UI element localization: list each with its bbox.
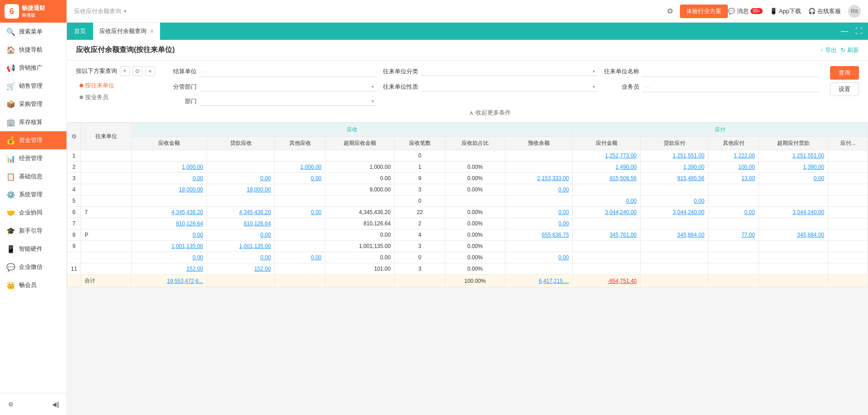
filter-field-dept: 分管部门 ▾ — [160, 81, 377, 92]
subdept-select[interactable]: ▾ — [199, 97, 377, 106]
user-avatar[interactable]: Rit — [848, 5, 861, 18]
sidebar-item-quicknav[interactable]: 🏠 快捷导航 — [0, 41, 66, 59]
maximize-icon[interactable]: ⛶ — [854, 26, 864, 37]
sidebar-settings-icon[interactable]: ⚙ — [5, 398, 17, 410]
tabbar-controls: — ⛶ — [839, 26, 868, 37]
sidebar-item-marketing[interactable]: 📢 营销推广 — [0, 59, 66, 77]
table-row: 11152.00152.00101.0030.00% — [67, 263, 868, 275]
message-button[interactable]: 💬 消息 99+ — [728, 7, 763, 15]
data-table: ⚙ 往来单位 应收 应付 应收金额 贷款应收 其他应收 超期应收金额 应收笔数 … — [67, 123, 868, 287]
tab-ar-balance[interactable]: 应收应付余额查询 × — [93, 23, 160, 40]
breadcrumb: 应收应付余额查询 ▾ — [74, 7, 664, 15]
tab-close-icon[interactable]: × — [150, 28, 154, 35]
sidebar-item-basic[interactable]: 📋 基础信息 — [0, 167, 66, 186]
col-partner-header: 往来单位 — [81, 123, 132, 150]
nav-dot-1 — [80, 84, 83, 87]
app-download-button[interactable]: 📱 App下载 — [770, 7, 801, 15]
filter-field-settlement: 结算单位 ··· — [160, 66, 377, 77]
query-buttons: 查询 设置 — [830, 66, 859, 96]
sidebar-item-member[interactable]: 👑 畅会员 — [0, 276, 66, 294]
page-header: 应收应付余额查询(按往来单位) ↑ 导出 ↻ 刷新 — [67, 40, 868, 61]
minimize-icon[interactable]: — — [839, 26, 850, 37]
filter-fields-container: 结算单位 ··· 往来单位分类 ▾ 往来单位名称 — [160, 66, 819, 117]
salesperson-input[interactable]: ··· — [642, 81, 819, 92]
filter-nav-salesperson[interactable]: 按业务员 — [76, 91, 155, 103]
col-loan-ap: 贷款应付 — [641, 137, 708, 150]
footer-prepay[interactable]: 6,417,215.... — [505, 275, 573, 287]
filter-nav-partner[interactable]: 按往来单位 — [76, 80, 155, 91]
table-row: 500.000.00 — [67, 196, 868, 207]
sidebar-item-guide[interactable]: 🎓 新手引导 — [0, 222, 66, 240]
table-footer-row: 合计 19,553,472,6... 100.00% 6,417,215....… — [67, 275, 868, 287]
sidebar-item-purchase[interactable]: 📦 采购管理 — [0, 95, 66, 113]
partner-name-input[interactable] — [642, 66, 819, 77]
footer-ap-amount[interactable]: -654,751.40 — [573, 275, 641, 287]
sidebar-item-wechat[interactable]: 💬 企业微信 — [0, 258, 66, 276]
breadcrumb-chevron: ▾ — [124, 8, 127, 14]
app-download-label: App下载 — [779, 7, 801, 15]
collab-icon: 🤝 — [6, 208, 15, 217]
sidebar-item-inventory[interactable]: 🏢 库存核算 — [0, 113, 66, 131]
sidebar-item-sales[interactable]: 🛒 销售管理 — [0, 77, 66, 95]
col-ar-amount: 应收金额 — [132, 137, 207, 150]
sidebar-item-collab[interactable]: 🤝 企业协同 — [0, 204, 66, 222]
export-button[interactable]: ↑ 导出 — [821, 46, 837, 54]
sidebar-item-finance[interactable]: 💰 资金管理 — [0, 131, 66, 149]
refresh-button[interactable]: ↻ 刷新 — [840, 46, 859, 54]
settlement-input[interactable]: ··· — [199, 66, 377, 77]
message-icon: 💬 — [728, 8, 735, 14]
col-overdue-ar: 超期应收金额 — [326, 137, 395, 150]
basic-icon: 📋 — [6, 172, 15, 181]
chevron-up-icon: ∧ — [469, 110, 474, 116]
inventory-icon: 🏢 — [6, 118, 15, 127]
main-area: 应收应付余额查询 ▾ ⚙ 体验行业方案 💬 消息 99+ 📱 App下载 🎧 在… — [67, 0, 868, 415]
footer-settings-cell — [67, 275, 81, 287]
sidebar-item-system[interactable]: ⚙️ 系统管理 — [0, 186, 66, 204]
col-settings-header: ⚙ — [67, 123, 81, 150]
home-icon: 🏠 — [6, 45, 15, 54]
sidebar-collapse-icon[interactable]: ◀‖ — [49, 398, 62, 410]
operation-icon: 📊 — [6, 154, 15, 163]
sidebar-item-operation[interactable]: 📊 经营管理 — [0, 149, 66, 167]
app-icon: 📱 — [770, 8, 777, 14]
sales-icon: 🛒 — [6, 81, 15, 91]
partner-category-select[interactable]: ▾ — [421, 67, 598, 76]
settings-button[interactable]: 设置 — [830, 82, 859, 96]
trial-button[interactable]: 体验行业方案 — [680, 5, 728, 18]
partner-nature-select[interactable]: ▾ — [421, 82, 598, 91]
filter-settings-icon[interactable]: ⊙ — [132, 66, 142, 76]
customer-service-button[interactable]: 🎧 在线客服 — [808, 7, 841, 15]
filter-area: 按以下方案查询 + ⊙ « 按往来单位 按业务员 — [67, 61, 868, 123]
sidebar-item-search[interactable]: 🔍 搜索菜单 — [0, 23, 66, 41]
filter-field-partner-name: 往来单位名称 — [603, 66, 819, 77]
nav-dot-2 — [80, 95, 83, 99]
query-button[interactable]: 查询 — [830, 66, 859, 80]
search-icon: 🔍 — [6, 27, 15, 36]
sidebar-item-hardware[interactable]: 📱 智能硬件 — [0, 240, 66, 258]
topbar: 应收应付余额查询 ▾ ⚙ 体验行业方案 💬 消息 99+ 📱 App下载 🎧 在… — [67, 0, 868, 23]
tab-home[interactable]: 首页 — [67, 23, 93, 40]
table-row: 21,000.001,000.001,000.0010.00%1,490.001… — [67, 162, 868, 173]
refresh-icon: ↻ — [840, 47, 845, 53]
finance-icon: 💰 — [6, 136, 15, 145]
filter-collapse-icon[interactable]: « — [145, 66, 155, 76]
footer-label-cell: 合计 — [81, 275, 132, 287]
data-table-container: ⚙ 往来单位 应收 应付 应收金额 贷款应收 其他应收 超期应收金额 应收笔数 … — [67, 123, 868, 287]
table-row: 101,252,773.001,251,551.001,222.001,251,… — [67, 150, 868, 162]
topbar-gear-icon[interactable]: ⚙ — [664, 5, 676, 18]
col-ar-group-header: 应收 — [132, 123, 573, 137]
footer-ar-amount[interactable]: 19,553,472,6... — [132, 275, 207, 287]
filter-more-button[interactable]: ∧ 收起更多条件 — [469, 109, 511, 117]
sidebar-bottom: ⚙ ◀‖ — [0, 393, 66, 415]
table-settings-icon[interactable]: ⚙ — [71, 133, 77, 140]
table-row: 91,001,135.001,001,135.001,001,135.0030.… — [67, 241, 868, 252]
col-other-ap: 其他应付 — [708, 137, 759, 150]
logo-icon: 6 — [5, 4, 19, 19]
col-ap-group-header: 应付 — [573, 123, 868, 137]
footer-ar-ratio: 100.00% — [445, 275, 505, 287]
sidebar: 6 畅捷通财 标准版 🔍 搜索菜单 🏠 快捷导航 📢 营销推广 🛒 销售管理 📦… — [0, 0, 67, 415]
dept-select[interactable]: ▾ — [199, 82, 377, 91]
filter-add-button[interactable]: + — [120, 66, 130, 76]
breadcrumb-text: 应收应付余额查询 — [74, 7, 121, 15]
hardware-icon: 📱 — [6, 244, 15, 253]
